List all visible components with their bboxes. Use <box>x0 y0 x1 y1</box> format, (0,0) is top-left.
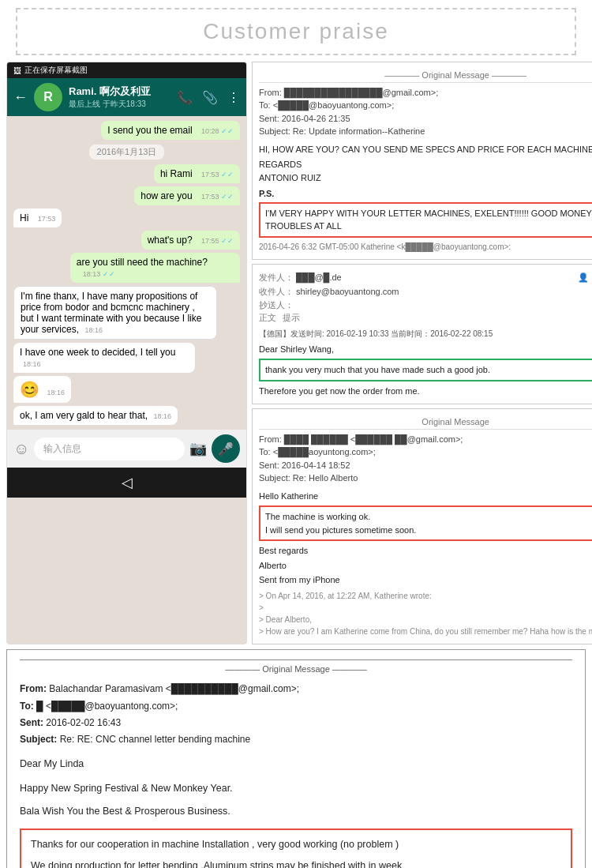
wa-actions: 📞 📎 ⋮ <box>177 90 240 105</box>
list-item: I send you the email 10:28 ✓✓ <box>101 121 240 140</box>
email2-body: Therefore you get now the order from me. <box>259 385 592 398</box>
page-title: Customer praise <box>17 19 575 44</box>
menu-icon[interactable]: ⋮ <box>227 90 240 105</box>
chat-body: I send you the email 10:28 ✓✓ 2016年1月13日… <box>7 116 246 430</box>
email2-mr: 👤 Mr. Klaus meier <box>578 271 592 284</box>
emoji-icon[interactable]: ☺ <box>13 440 29 458</box>
bottom-from-label: From: <box>20 683 47 694</box>
email1-divider: ———— Original Message ———— <box>259 69 592 83</box>
email3-name: Alberto <box>259 559 592 573</box>
email1-body1: HI, HOW ARE YOU? CAN YOU SEND ME SPECS A… <box>259 143 592 156</box>
email2-type-label: 正文 <box>259 311 276 325</box>
email3-highlight: The machine is working ok. I will send y… <box>259 505 592 541</box>
email2-from-row: 发件人： ███@█.de <box>259 271 342 284</box>
list-item: I'm fine thanx, I have many propositions… <box>13 286 217 340</box>
list-item: ok, I am very gald to hear that, 18:16 <box>13 406 178 425</box>
email2-from-label: 发件人： <box>259 272 294 282</box>
list-item: are you still need the machine? 18:13 ✓✓ <box>70 253 240 283</box>
email2-highlight: thank you very much that you have made s… <box>259 359 592 381</box>
email3-sent: Sent: 2016-04-14 18:52 <box>259 459 592 472</box>
email-panels: ———— Original Message ———— From: ███████… <box>252 62 592 644</box>
bottom-para1: Happy New Spring Festival & New Monkey Y… <box>20 780 572 797</box>
message-input[interactable]: 输入信息 <box>34 438 185 460</box>
contact-status: 最后上线 于昨天18:33 <box>69 99 170 110</box>
list-item: hi Rami 17:53 ✓✓ <box>154 164 240 183</box>
contact-name: Rami. 啊尔及利亚 <box>69 85 170 99</box>
bottom-from-val: Balachandar Paramasivam <██████████@gmai… <box>49 683 299 694</box>
email1-to: To: <█████@baoyuantong.com>; <box>259 99 592 112</box>
attachment-icon[interactable]: 📎 <box>202 90 218 105</box>
email-panel-2: 发件人： ███@█.de 👤 Mr. Klaus meier 收件人： shi… <box>252 264 592 405</box>
status-bar: 🖼 正在保存屏幕截图 <box>7 62 246 78</box>
list-item: I have one week to decided, I tell you 1… <box>13 343 195 373</box>
bottom-highlight1: Thanks for our cooperation in machine In… <box>31 836 561 853</box>
email2-type-row: 正文 提示 <box>259 311 592 325</box>
back-nav-icon[interactable]: ◁ <box>122 475 133 490</box>
header-section: Customer praise <box>16 8 576 55</box>
email-panel-3: Original Message From: ████ ██████ <████… <box>252 408 592 644</box>
avatar: R <box>34 83 62 111</box>
email1-highlight: I'M VERY HAPPY WITH YOUR LETTER MACHINES… <box>259 202 592 238</box>
top-section: 🖼 正在保存屏幕截图 ← R Rami. 啊尔及利亚 最后上线 于昨天18:33… <box>0 62 592 644</box>
email3-sent-from: Sent from my iPhone <box>259 573 592 587</box>
input-bar: ☺ 输入信息 📷 🎤 <box>7 430 246 468</box>
date-divider: 2016年1月13日 <box>89 145 165 160</box>
bottom-sent-val: 2016-02-02 16:43 <box>46 717 121 728</box>
nav-bar: ◁ <box>7 468 246 498</box>
email2-to-val: shirley@baoyuantong.com <box>296 287 399 296</box>
list-item: Hi 17:53 <box>13 209 62 227</box>
email2-to-label: 收件人： <box>259 287 294 296</box>
user-icon: 👤 <box>578 271 589 284</box>
bottom-subject-row: Subject: Re: RE: CNC channel letter bend… <box>20 731 572 747</box>
bottom-to-row: To: █ <█████@baoyuantong.com>; <box>20 698 572 714</box>
wa-header: ← R Rami. 啊尔及利亚 最后上线 于昨天18:33 📞 📎 ⋮ <box>7 78 246 116</box>
status-bar-text: 正在保存屏幕截图 <box>24 65 88 76</box>
phone-icon[interactable]: 📞 <box>177 90 193 105</box>
email1-sent: Sent: 2016-04-26 21:35 <box>259 112 592 126</box>
email3-greeting: Hello Katherine <box>259 490 592 503</box>
list-item: how are you 17:53 ✓✓ <box>134 186 240 205</box>
bottom-highlight-box: Thanks for our cooperation in machine In… <box>20 829 572 869</box>
email1-body3: ANTONIO RUIZ <box>259 171 592 185</box>
list-item: what's up? 17:55 ✓✓ <box>141 231 240 250</box>
email1-from: From: ████████████████@gmail.com>; <box>259 86 592 100</box>
email1-footer: 2016-04-26 6:32 GMT-05:00 Katherine <k██… <box>259 241 592 253</box>
mic-button[interactable]: 🎤 <box>212 434 240 463</box>
list-item: 😊 18:16 <box>13 376 71 403</box>
bottom-para2: Bala Wish You the Best & Prosperous Busi… <box>20 803 572 820</box>
email2-from-val: ███@█.de <box>296 272 342 282</box>
email3-quote1: > On Apr 14, 2016, at 12:22 AM, Katherin… <box>259 590 592 602</box>
bottom-subject-label: Subject: <box>20 734 57 745</box>
back-icon[interactable]: ← <box>13 89 28 106</box>
email3-divider: Original Message <box>259 415 592 430</box>
email2-to-row: 收件人： shirley@baoyuantong.com <box>259 285 592 299</box>
email2-sent: 【德国】发送时间: 2016-02-19 10:33 当前时间：2016-02-… <box>259 328 592 340</box>
bottom-from-row: From: Balachandar Paramasivam <█████████… <box>20 681 572 697</box>
whatsapp-panel: 🖼 正在保存屏幕截图 ← R Rami. 啊尔及利亚 最后上线 于昨天18:33… <box>6 62 247 644</box>
bottom-greeting: Dear My Linda <box>20 756 572 772</box>
email1-subject: Subject: Re: Update information--Katheri… <box>259 125 592 138</box>
email2-greeting: Dear Shirley Wang, <box>259 343 592 356</box>
bottom-sent-label: Sent: <box>20 717 43 728</box>
bottom-email-section: ———— Original Message ———— From: Balacha… <box>6 649 586 869</box>
email1-ps: P.S. <box>259 187 592 201</box>
camera-icon[interactable]: 📷 <box>189 440 207 457</box>
email3-subject: Subject: Re: Hello Alberto <box>259 472 592 485</box>
email3-regards: Best regards <box>259 544 592 558</box>
bottom-to-label: To: <box>20 701 34 712</box>
email3-to: To: <█████aoyuntong.com>; <box>259 445 592 459</box>
contact-info: Rami. 啊尔及利亚 最后上线 于昨天18:33 <box>69 85 170 110</box>
email2-cc-row: 抄送人： <box>259 299 592 312</box>
email3-quote3: > Dear Alberto, <box>259 614 592 626</box>
email2-cc-label: 抄送人： <box>259 300 294 310</box>
email2-note-label: 提示 <box>283 311 300 325</box>
bottom-subject-val: Re: RE: CNC channel letter bending machi… <box>60 734 250 745</box>
email3-from: From: ████ ██████ <██████ ██@gmail.com>; <box>259 433 592 446</box>
email-panel-1: ———— Original Message ———— From: ███████… <box>252 62 592 260</box>
email1-body2: REGARDS <box>259 158 592 171</box>
email3-quote4: > How are you? I am Katherine come from … <box>259 626 592 637</box>
bottom-highlight2: We doing production for letter bending ,… <box>31 858 561 868</box>
bottom-divider: ———— Original Message ———— <box>20 659 572 677</box>
bottom-to-val: █ <█████@baoyuantong.com>; <box>36 701 178 712</box>
screenshot-icon: 🖼 <box>13 66 21 75</box>
